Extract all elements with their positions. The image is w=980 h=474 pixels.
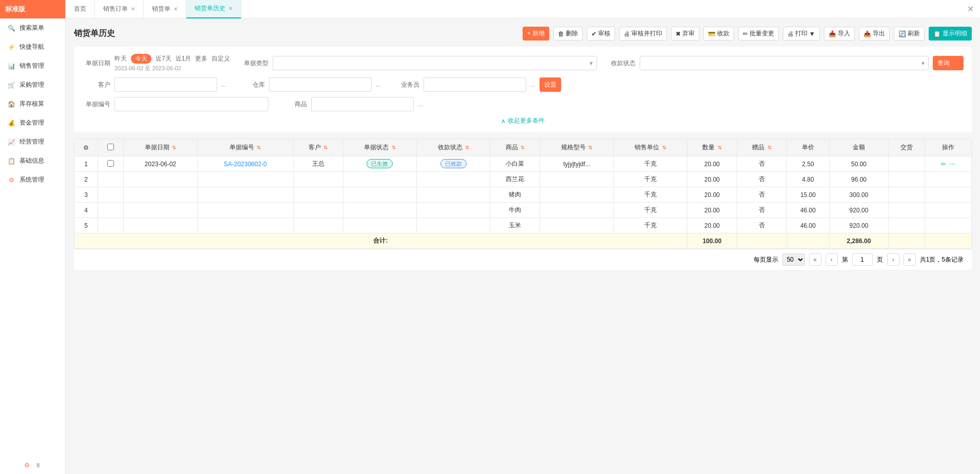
row-quantity: 20.00 xyxy=(687,187,737,203)
approve-print-button[interactable]: 🖨 审核并打印 xyxy=(619,27,667,41)
date-shortcut-more[interactable]: 更多 xyxy=(195,54,207,63)
row-checkbox[interactable] xyxy=(107,160,114,167)
select-all-checkbox[interactable] xyxy=(107,144,114,150)
sidebar-settings-icon[interactable]: ⚙ xyxy=(24,462,30,469)
refresh-button[interactable]: 🔄 刷新 xyxy=(894,27,925,41)
doc-type-select[interactable] xyxy=(273,56,597,70)
delete-button[interactable]: 🗑 删除 xyxy=(553,27,583,41)
total-info: 共1页，5条记录 xyxy=(920,255,964,264)
payment-status-select[interactable] xyxy=(640,56,929,70)
customer-dots[interactable]: ... xyxy=(221,81,226,88)
sidebar-item-label: 搜索菜单 xyxy=(20,24,44,32)
tab-sales-history[interactable]: 销货单历史 ✕ xyxy=(186,0,241,18)
settings-button[interactable]: 设置 xyxy=(540,77,561,92)
warehouse-dots[interactable]: ... xyxy=(376,81,381,88)
tab-sales-history-close[interactable]: ✕ xyxy=(228,6,233,11)
tab-sales-goods-label: 销货单 xyxy=(152,5,170,13)
tab-home[interactable]: 首页 xyxy=(66,0,95,18)
date-shortcut-custom[interactable]: 自定义 xyxy=(212,54,230,63)
row-unit-price: 46.00 xyxy=(787,218,830,233)
col-customer[interactable]: 客户 ⇅ xyxy=(293,139,343,156)
doc-no-link[interactable]: SA-20230602-0 xyxy=(224,161,267,168)
tab-sales-order[interactable]: 销售订单 ✕ xyxy=(95,0,144,18)
filter-row-2: 客户 ... 仓库 ... 业务员 ... 设置 xyxy=(82,77,964,92)
warehouse-input[interactable] xyxy=(269,77,372,92)
sidebar-item-basic-info[interactable]: 📋 基础信息 xyxy=(0,151,65,170)
sidebar-item-search-menu[interactable]: 🔍 搜索菜单 xyxy=(0,18,65,37)
next-page-button[interactable]: › xyxy=(887,253,899,266)
row-doc-date xyxy=(124,218,197,233)
row-goods: 小白菜 xyxy=(490,156,540,172)
import-button[interactable]: 📥 导入 xyxy=(824,27,855,41)
date-shortcut-7days[interactable]: 近7天 xyxy=(156,54,171,63)
sidebar-collapse-icon[interactable]: ⏸ xyxy=(35,462,41,469)
col-doc-no[interactable]: 单据编号 ⇅ xyxy=(197,139,293,156)
sidebar-item-quick-nav[interactable]: ⚡ 快捷导航 xyxy=(0,37,65,56)
export-button[interactable]: 📤 导出 xyxy=(859,27,890,41)
customer-input[interactable] xyxy=(114,77,217,92)
goods-input[interactable] xyxy=(311,97,414,111)
page-number-input[interactable] xyxy=(852,253,873,266)
collect-button[interactable]: 💳 收款 xyxy=(703,27,734,41)
prev-page-button[interactable]: ‹ xyxy=(825,253,838,266)
print-button[interactable]: 🖨 打印 ▼ xyxy=(783,27,820,41)
staff-input[interactable] xyxy=(424,77,526,92)
sidebar-item-inventory[interactable]: 🏠 库存核算 xyxy=(0,94,65,113)
operation-mgmt-icon: 📈 xyxy=(7,138,15,146)
sidebar-item-finance-mgmt[interactable]: 💰 资金管理 xyxy=(0,113,65,132)
date-shortcut-1month[interactable]: 近1月 xyxy=(176,54,191,63)
sidebar-item-sales-mgmt[interactable]: 📊 销售管理 xyxy=(0,56,65,75)
row-transaction xyxy=(889,187,925,203)
col-unit[interactable]: 销售单位 ⇅ xyxy=(613,139,687,156)
purchase-mgmt-icon: 🛒 xyxy=(7,81,15,89)
more-action[interactable]: ⋯ xyxy=(949,161,955,168)
show-detail-button[interactable]: 📋 显示明细 xyxy=(929,27,972,41)
filter-collapse[interactable]: ∧ 收起更多条件 xyxy=(82,116,964,125)
staff-dots[interactable]: ... xyxy=(530,81,535,88)
collapse-label: 收起更多条件 xyxy=(508,116,545,125)
tab-sales-goods[interactable]: 销货单 ✕ xyxy=(144,0,186,18)
date-shortcut-yesterday[interactable]: 昨天 xyxy=(114,54,127,63)
last-page-button[interactable]: » xyxy=(904,253,916,266)
doc-status-sort-icon: ⇅ xyxy=(392,145,396,150)
filter-area: 单据日期 昨天 今天 近7天 近1月 更多 自定义 2023-06-02 至 2… xyxy=(74,47,972,132)
date-range: 2023-06-02 至 2023-06-02 xyxy=(114,65,230,72)
doc-no-input[interactable] xyxy=(114,97,268,111)
abandon-button[interactable]: ✖ 弃审 xyxy=(671,27,699,41)
row-num: 5 xyxy=(74,218,98,233)
sidebar-item-purchase-mgmt[interactable]: 🛒 采购管理 xyxy=(0,75,65,94)
sidebar-item-label: 资金管理 xyxy=(20,118,44,127)
edit-action[interactable]: ✏ xyxy=(941,161,946,168)
sidebar-bottom: ⚙ ⏸ xyxy=(0,457,65,474)
sidebar-item-system-mgmt[interactable]: ⚙ 系统管理 xyxy=(0,170,65,189)
col-quantity[interactable]: 数量 ⇅ xyxy=(687,139,737,156)
row-payment-status xyxy=(417,203,490,218)
window-close-button[interactable]: ✕ xyxy=(961,4,980,14)
spec-sort-icon: ⇅ xyxy=(588,145,592,150)
payment-status-badge: 已收款 xyxy=(440,159,467,168)
date-shortcut-today[interactable]: 今天 xyxy=(131,54,151,64)
per-page-select[interactable]: 50 xyxy=(782,253,805,266)
tab-sales-goods-close[interactable]: ✕ xyxy=(174,6,178,12)
col-doc-status[interactable]: 单据状态 ⇅ xyxy=(343,139,416,156)
col-gift[interactable]: 赠品 ⇅ xyxy=(737,139,786,156)
row-customer xyxy=(293,203,343,218)
col-goods[interactable]: 商品 ⇅ xyxy=(490,139,540,156)
table-row: 5玉米千克20.00否46.00920.00 xyxy=(74,218,972,233)
row-num: 2 xyxy=(74,172,98,187)
query-button[interactable]: 查询 xyxy=(933,56,964,70)
print-dropdown-icon: ▼ xyxy=(809,30,815,37)
goods-dots[interactable]: ... xyxy=(418,101,423,108)
col-spec[interactable]: 规格型号 ⇅ xyxy=(540,139,613,156)
new-button[interactable]: + 新增 xyxy=(523,27,549,41)
batch-change-button[interactable]: ✏ 批量变更 xyxy=(738,27,779,41)
first-page-button[interactable]: « xyxy=(809,253,821,266)
sidebar-item-operation-mgmt[interactable]: 📈 经营管理 xyxy=(0,132,65,151)
approve-button[interactable]: ✔ 审核 xyxy=(587,27,615,41)
row-quantity: 20.00 xyxy=(687,203,737,218)
col-payment-status[interactable]: 收款状态 ⇅ xyxy=(417,139,490,156)
col-doc-date[interactable]: 单据日期 ⇅ xyxy=(124,139,197,156)
col-gear[interactable]: ⚙ xyxy=(74,139,98,156)
row-doc-no xyxy=(197,203,293,218)
tab-sales-order-close[interactable]: ✕ xyxy=(131,6,135,12)
